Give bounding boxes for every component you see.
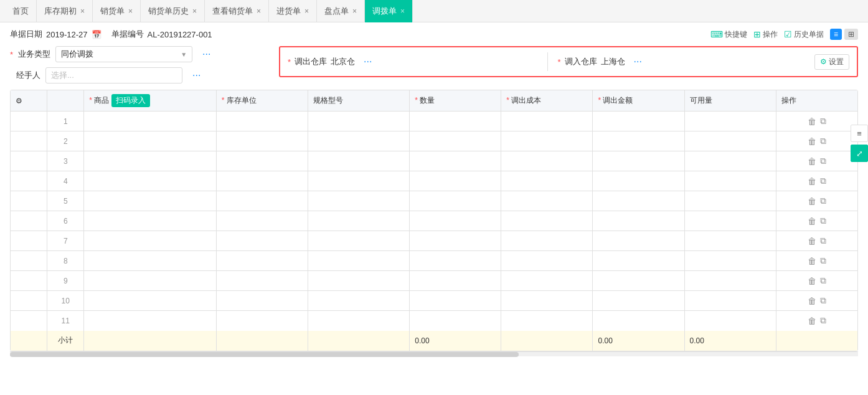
row-unit[interactable] xyxy=(216,112,308,131)
copy-icon[interactable]: ⧉ xyxy=(820,255,826,266)
row-amount[interactable] xyxy=(593,251,684,271)
row-spec[interactable] xyxy=(308,251,409,271)
tab-inventory-init[interactable]: 库存期初 × xyxy=(37,0,93,22)
close-icon[interactable]: × xyxy=(304,7,309,16)
settings-button[interactable]: ⚙ 设置 xyxy=(814,54,849,70)
grid-view-btn[interactable]: ⊞ xyxy=(844,29,858,40)
row-product[interactable] xyxy=(84,112,217,131)
row-product[interactable] xyxy=(84,131,217,151)
row-qty[interactable] xyxy=(410,211,501,231)
manager-more-icon[interactable]: ··· xyxy=(192,70,200,81)
copy-icon[interactable]: ⧉ xyxy=(820,176,826,186)
delete-icon[interactable]: 🗑 xyxy=(808,196,816,206)
row-amount[interactable] xyxy=(593,291,684,311)
row-amount[interactable] xyxy=(593,191,684,211)
row-available[interactable] xyxy=(684,112,776,131)
row-cost[interactable] xyxy=(501,112,593,131)
close-icon-active[interactable]: × xyxy=(400,7,405,16)
row-available[interactable] xyxy=(684,291,776,311)
delete-icon[interactable]: 🗑 xyxy=(808,256,816,266)
row-spec[interactable] xyxy=(308,271,409,291)
close-icon[interactable]: × xyxy=(352,7,357,16)
history-btn[interactable]: ☑ 历史单据 xyxy=(784,29,824,40)
row-spec[interactable] xyxy=(308,291,409,311)
row-amount[interactable] xyxy=(593,311,684,331)
row-qty[interactable] xyxy=(410,291,501,311)
row-product[interactable] xyxy=(84,231,217,251)
delete-icon[interactable]: 🗑 xyxy=(808,276,816,286)
list-view-btn[interactable]: ≡ xyxy=(830,29,842,40)
copy-icon[interactable]: ⧉ xyxy=(820,295,826,306)
row-unit[interactable] xyxy=(216,271,308,291)
row-amount[interactable] xyxy=(593,151,684,171)
business-type-input[interactable]: 同价调拨 ▼ xyxy=(55,46,192,62)
row-cost[interactable] xyxy=(501,231,593,251)
row-unit[interactable] xyxy=(216,231,308,251)
row-amount[interactable] xyxy=(593,112,684,131)
delete-icon[interactable]: 🗑 xyxy=(808,136,816,146)
right-panel-expand-btn[interactable]: ⤢ xyxy=(851,145,868,162)
row-spec[interactable] xyxy=(308,131,409,151)
row-product[interactable] xyxy=(84,291,217,311)
row-unit[interactable] xyxy=(216,311,308,331)
row-spec[interactable] xyxy=(308,191,409,211)
row-unit[interactable] xyxy=(216,251,308,271)
close-icon[interactable]: × xyxy=(80,7,85,16)
manager-input[interactable]: 选择... xyxy=(45,67,182,83)
row-available[interactable] xyxy=(684,271,776,291)
row-unit[interactable] xyxy=(216,151,308,171)
row-unit[interactable] xyxy=(216,131,308,151)
row-spec[interactable] xyxy=(308,211,409,231)
row-unit[interactable] xyxy=(216,191,308,211)
row-unit[interactable] xyxy=(216,291,308,311)
row-qty[interactable] xyxy=(410,171,501,191)
row-available[interactable] xyxy=(684,211,776,231)
tab-purchase[interactable]: 进货单 × xyxy=(269,0,317,22)
row-cost[interactable] xyxy=(501,311,593,331)
tab-sales-order[interactable]: 销货单 × xyxy=(93,0,141,22)
col-gear-header[interactable]: ⚙ xyxy=(11,90,47,112)
delete-icon[interactable]: 🗑 xyxy=(808,216,816,226)
row-spec[interactable] xyxy=(308,112,409,131)
transfer-out-more-icon[interactable]: ··· xyxy=(364,56,372,67)
close-icon[interactable]: × xyxy=(128,7,133,16)
business-type-more-icon[interactable]: ··· xyxy=(202,49,210,60)
row-qty[interactable] xyxy=(410,311,501,331)
row-qty[interactable] xyxy=(410,251,501,271)
delete-icon[interactable]: 🗑 xyxy=(808,176,816,186)
copy-icon[interactable]: ⧉ xyxy=(820,236,826,246)
delete-icon[interactable]: 🗑 xyxy=(808,117,816,126)
tab-view-sales[interactable]: 查看销货单 × xyxy=(205,0,269,22)
delete-icon[interactable]: 🗑 xyxy=(808,316,816,326)
row-spec[interactable] xyxy=(308,311,409,331)
row-cost[interactable] xyxy=(501,271,593,291)
row-cost[interactable] xyxy=(501,211,593,231)
horizontal-scrollbar[interactable] xyxy=(10,351,858,356)
row-qty[interactable] xyxy=(410,151,501,171)
shortcuts-btn[interactable]: ⌨ 快捷键 xyxy=(710,29,747,40)
row-qty[interactable] xyxy=(410,231,501,251)
row-amount[interactable] xyxy=(593,171,684,191)
row-cost[interactable] xyxy=(501,131,593,151)
row-qty[interactable] xyxy=(410,112,501,131)
row-product[interactable] xyxy=(84,251,217,271)
row-product[interactable] xyxy=(84,211,217,231)
row-product[interactable] xyxy=(84,171,217,191)
copy-icon[interactable]: ⧉ xyxy=(820,136,826,146)
row-cost[interactable] xyxy=(501,191,593,211)
row-spec[interactable] xyxy=(308,171,409,191)
copy-icon[interactable]: ⧉ xyxy=(820,315,826,326)
tab-sales-history[interactable]: 销货单历史 × xyxy=(141,0,205,22)
copy-icon[interactable]: ⧉ xyxy=(820,196,826,206)
delete-icon[interactable]: 🗑 xyxy=(808,296,816,306)
ops-btn[interactable]: ⊞ 操作 xyxy=(753,29,778,40)
tab-transfer[interactable]: 调拨单 × xyxy=(365,0,413,22)
row-cost[interactable] xyxy=(501,251,593,271)
right-panel-doc-btn[interactable]: ≡ xyxy=(851,125,868,142)
row-qty[interactable] xyxy=(410,191,501,211)
row-unit[interactable] xyxy=(216,171,308,191)
copy-icon[interactable]: ⧉ xyxy=(820,156,826,166)
copy-icon[interactable]: ⧉ xyxy=(820,116,826,126)
row-product[interactable] xyxy=(84,191,217,211)
scan-btn[interactable]: 扫码录入 xyxy=(111,94,150,107)
